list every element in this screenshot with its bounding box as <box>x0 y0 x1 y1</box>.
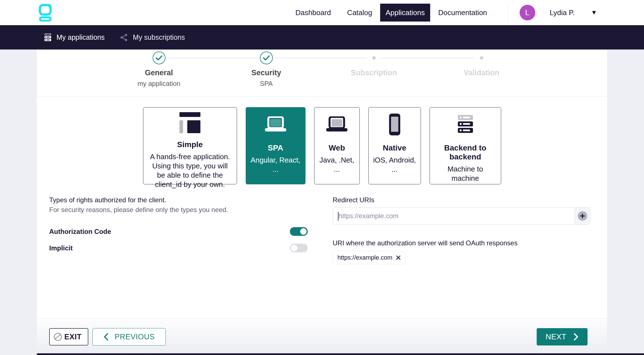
toggle-row-authorization-code: Authorization Code <box>49 227 308 236</box>
uri-chip-value: https://example.com <box>337 254 392 261</box>
redirect-uris-label: Redirect URIs <box>333 196 590 204</box>
servers-icon <box>44 33 52 42</box>
wizard-page: General my application Security SPA Subs… <box>37 50 607 355</box>
step-dot-icon <box>480 56 483 60</box>
smartphone-icon <box>389 113 401 136</box>
step-title: Validation <box>464 69 499 77</box>
user-menu[interactable]: L Lydia P. ▼ <box>508 5 597 20</box>
card-title: Simple <box>177 140 203 149</box>
prohibited-icon <box>53 332 63 342</box>
add-uri-button[interactable] <box>574 208 590 224</box>
step-subtitle: SPA <box>260 80 273 88</box>
card-title: Web <box>329 144 345 152</box>
top-nav: Dashboard Catalog Applications Documenta… <box>0 0 644 25</box>
step-security[interactable]: Security SPA <box>212 51 320 88</box>
card-description: Machine to machine <box>434 164 497 183</box>
layout-icon <box>179 112 201 133</box>
card-description: iOS, Android, ... <box>373 156 417 174</box>
step-title: Security <box>251 69 281 77</box>
grant-types-note: For security reasons, please define only… <box>49 206 308 214</box>
card-title: Backend to backend <box>434 144 497 161</box>
exit-label: EXIT <box>64 333 82 341</box>
app-type-card-native[interactable]: Native iOS, Android, ... <box>368 107 421 184</box>
laptop-icon <box>326 116 348 133</box>
previous-label: PREVIOUS <box>115 333 155 341</box>
plus-icon <box>578 211 587 221</box>
check-circle-icon <box>153 51 165 64</box>
nav-item-applications[interactable]: Applications <box>380 4 430 22</box>
servers-icon <box>457 115 474 134</box>
gravitee-logo-icon[interactable] <box>39 4 53 22</box>
card-title: Native <box>383 144 406 152</box>
app-type-card-simple[interactable]: Simple A hands-free application. Using t… <box>143 107 237 184</box>
authorization-code-toggle[interactable] <box>290 227 308 236</box>
grant-types-section: Types of rights authorized for the clien… <box>49 196 308 264</box>
subnav-item-my-subscriptions[interactable]: My subscriptions <box>120 33 185 41</box>
card-title: SPA <box>268 144 283 152</box>
secondary-nav: My applications My subscriptions <box>0 25 644 50</box>
step-general[interactable]: General my application <box>105 51 213 88</box>
redirect-uri-chips: https://example.com <box>333 251 590 264</box>
nav-item-catalog[interactable]: Catalog <box>339 4 380 22</box>
chevron-right-icon <box>574 333 579 341</box>
chevron-left-icon <box>103 333 108 341</box>
card-description: A hands-free application. Using this typ… <box>147 152 233 189</box>
laptop-icon <box>265 116 287 133</box>
uri-chip: https://example.com <box>333 251 406 264</box>
redirect-uri-field <box>333 207 590 225</box>
check-circle-icon <box>260 51 273 64</box>
app-type-card-web[interactable]: Web Java, .Net, ... <box>314 107 360 184</box>
next-label: NEXT <box>546 333 566 341</box>
grant-types-heading: Types of rights authorized for the clien… <box>49 196 308 204</box>
next-button[interactable]: NEXT <box>537 328 588 345</box>
step-title: General <box>145 69 173 77</box>
app-type-card-backend[interactable]: Backend to backend Machine to machine <box>430 107 501 184</box>
previous-button[interactable]: PREVIOUS <box>93 328 166 345</box>
user-name: Lydia P. <box>550 8 575 17</box>
bottom-footer-edge <box>37 353 644 355</box>
step-subscription: Subscription <box>320 51 428 80</box>
app-type-card-spa[interactable]: SPA Angular, React, ... <box>246 107 306 184</box>
wizard-action-bar: EXIT PREVIOUS NEXT <box>37 318 607 355</box>
toggle-row-implicit: Implicit <box>49 244 308 252</box>
security-form: Types of rights authorized for the clien… <box>37 196 607 264</box>
nav-item-documentation[interactable]: Documentation <box>430 4 495 22</box>
step-validation: Validation <box>428 51 535 80</box>
subnav-label: My subscriptions <box>133 33 185 41</box>
step-title: Subscription <box>351 69 397 77</box>
subnav-item-my-applications[interactable]: My applications <box>44 33 105 42</box>
toggle-knob <box>290 244 298 252</box>
chevron-down-icon: ▼ <box>591 9 597 16</box>
avatar: L <box>520 5 535 20</box>
share-icon <box>120 34 128 41</box>
redirect-uris-section: Redirect URIs URI where the authorizatio… <box>333 196 590 264</box>
subnav-label: My applications <box>56 33 105 41</box>
card-description: Java, .Net, ... <box>318 156 356 174</box>
primary-nav: Dashboard Catalog Applications Documenta… <box>287 0 495 25</box>
redirect-uri-input[interactable] <box>333 208 574 224</box>
app-type-cards: Simple A hands-free application. Using t… <box>37 107 607 184</box>
step-subtitle: my application <box>138 80 180 88</box>
step-dot-icon <box>372 56 376 60</box>
implicit-toggle[interactable] <box>290 244 308 252</box>
wizard-stepper: General my application Security SPA Subs… <box>37 50 607 97</box>
exit-button[interactable]: EXIT <box>49 328 88 345</box>
toggle-label: Authorization Code <box>49 228 111 236</box>
toggle-knob <box>300 228 307 235</box>
remove-uri-icon[interactable] <box>396 255 401 260</box>
card-description: Angular, React, ... <box>250 156 301 174</box>
nav-item-dashboard[interactable]: Dashboard <box>287 4 339 22</box>
toggle-label: Implicit <box>49 244 73 252</box>
redirect-uri-help-text: URI where the authorization server will … <box>333 239 590 247</box>
text-caret <box>338 212 338 221</box>
